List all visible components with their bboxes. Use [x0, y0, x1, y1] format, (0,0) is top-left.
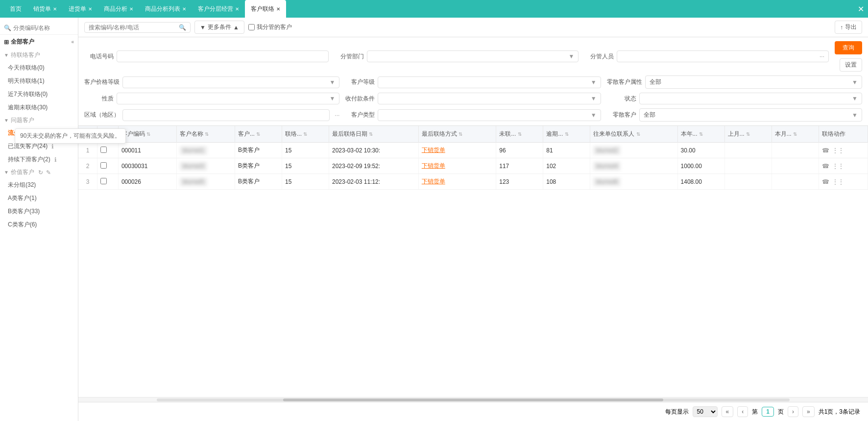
per-page-select[interactable]: 50 100 200	[693, 406, 718, 417]
close-customer-tier-tab[interactable]: ✕	[235, 6, 239, 12]
more-conditions-btn[interactable]: ▼ 更多条件 ▲	[194, 21, 244, 34]
filter-price-tier-select[interactable]: ▼	[122, 76, 339, 88]
col-uncontacted[interactable]: 未联... ⇅	[496, 126, 543, 143]
action-more-icon[interactable]: ⋮⋮	[832, 147, 844, 154]
col-last-month[interactable]: 上月... ⇅	[724, 126, 772, 143]
col-contact[interactable]: 联络... ⇅	[282, 126, 329, 143]
row-2-name: blurred5	[176, 174, 235, 190]
filter-row-1: 电话号码 分管部门 ▼ 分管人员 ···	[84, 41, 862, 72]
sidebar-item-type-b[interactable]: B类客户(33)	[0, 205, 78, 218]
action-more-icon[interactable]: ⋮⋮	[832, 178, 844, 185]
col-type[interactable]: 客户... ⇅	[235, 126, 282, 143]
row-2-actions[interactable]: ☎⋮⋮	[819, 174, 868, 190]
filter-nature-select[interactable]: ▼	[117, 93, 339, 104]
refresh-icon[interactable]: ↻	[38, 169, 43, 176]
row-0-actions[interactable]: ☎⋮⋮	[819, 143, 868, 158]
row-0-last-date: 2023-03-02 10:30:	[329, 143, 418, 158]
col-last-method[interactable]: 最后联络方式 ⇅	[418, 126, 496, 143]
filter-payment-select[interactable]: ▼	[378, 93, 601, 104]
region-dots[interactable]: ···	[335, 112, 339, 119]
tab-sales[interactable]: 销货单 ✕	[27, 0, 63, 18]
per-page-label: 每页显示	[665, 408, 689, 416]
tab-analysis-list[interactable]: 商品分析列表 ✕	[139, 0, 192, 18]
filter-row-4: 区域（地区） ··· 客户类型 ▼ 零散客户 全部 ▼	[84, 108, 862, 122]
tab-customer-tier[interactable]: 客户分层经营 ✕	[192, 0, 245, 18]
row-1-overdue: 102	[543, 158, 590, 174]
action-contact-icon[interactable]: ☎	[822, 147, 829, 154]
sidebar-item-today[interactable]: 今天待联络(0)	[0, 61, 78, 74]
tab-purchase[interactable]: 进货单 ✕	[63, 0, 98, 18]
row-0-unit-contact: blurred2	[590, 143, 677, 158]
row-0-last-method[interactable]: 下销货单	[418, 143, 496, 158]
prev-page-btn[interactable]: ‹	[737, 406, 748, 417]
col-unit-contact[interactable]: 往来单位联系人 ⇅	[590, 126, 677, 143]
close-sales-tab[interactable]: ✕	[53, 6, 57, 12]
next-page-btn[interactable]: ›	[788, 406, 798, 417]
close-customer-contact-tab[interactable]: ✕	[276, 6, 280, 12]
col-code[interactable]: 客户编码 ⇅	[118, 126, 176, 143]
row-2-last-method[interactable]: 下销货单	[418, 174, 496, 190]
zero-attr-dropdown-icon: ▼	[852, 79, 858, 86]
last-month-sort-icon: ⇅	[746, 131, 750, 137]
group-problem[interactable]: ▼ 问题客户	[0, 114, 78, 126]
scroll-track[interactable]	[157, 398, 790, 401]
filter-zero-attr-select[interactable]: 全部 ▼	[645, 75, 862, 89]
action-more-icon[interactable]: ⋮⋮	[832, 163, 844, 170]
export-btn[interactable]: ↑ 导出	[835, 21, 862, 34]
sidebar-search-input[interactable]	[13, 25, 78, 31]
sidebar-item-type-a[interactable]: A类客户(1)	[0, 192, 78, 205]
sidebar-all-customers[interactable]: ⊞ 全部客户 «	[0, 35, 78, 49]
sidebar-item-declining[interactable]: 持续下滑客户(2) ℹ	[0, 153, 78, 166]
tab-customer-contact[interactable]: 客户联络 ✕	[245, 0, 286, 18]
settings-btn[interactable]: 设置	[840, 58, 862, 72]
row-1-actions[interactable]: ☎⋮⋮	[819, 158, 868, 174]
col-this-year[interactable]: 本年... ⇅	[677, 126, 724, 143]
row-2-check[interactable]	[97, 174, 119, 190]
group-value[interactable]: ▼ 价值客户 ↻ ✎	[0, 166, 78, 178]
my-customers-checkbox[interactable]: 我分管的客户	[248, 23, 292, 31]
tab-analysis[interactable]: 商品分析 ✕	[98, 0, 139, 18]
my-customers-check[interactable]	[248, 24, 255, 30]
manager-dots[interactable]: ···	[820, 53, 824, 60]
group-pending[interactable]: ▼ 待联络客户	[0, 49, 78, 61]
filter-status-select[interactable]: ▼	[639, 93, 862, 104]
edit-icon[interactable]: ✎	[46, 169, 51, 176]
row-0-check[interactable]	[97, 143, 119, 158]
col-this-month[interactable]: 本月... ⇅	[772, 126, 819, 143]
filter-phone-input[interactable]	[117, 50, 329, 62]
level-dropdown-icon: ▼	[591, 79, 597, 86]
close-analysis-tab[interactable]: ✕	[129, 6, 133, 12]
last-page-btn[interactable]: »	[802, 406, 815, 417]
churn-risk-tooltip: 90天未交易的客户，可能有流失风险。	[15, 128, 78, 144]
toolbar-search-input[interactable]	[89, 24, 177, 31]
sidebar-item-type-c[interactable]: C类客户(6)	[0, 218, 78, 231]
sidebar-item-week[interactable]: 近7天待联络(0)	[0, 88, 78, 101]
filter-customer-type-select[interactable]: ▼	[378, 109, 601, 121]
sidebar-item-tomorrow[interactable]: 明天待联络(1)	[0, 74, 78, 88]
row-1-last-method[interactable]: 下销货单	[418, 158, 496, 174]
toolbar-search-icon[interactable]: 🔍	[179, 24, 186, 31]
filter-manager-select[interactable]: ···	[617, 50, 829, 62]
row-2-uncontacted: 123	[496, 174, 543, 190]
close-analysis-list-tab[interactable]: ✕	[182, 6, 186, 12]
action-contact-icon[interactable]: ☎	[822, 163, 829, 170]
filter-region-input[interactable]	[122, 109, 330, 121]
scroll-thumb[interactable]	[283, 398, 663, 401]
sidebar-item-unsorted[interactable]: 未分组(32)	[0, 178, 78, 192]
close-purchase-tab[interactable]: ✕	[88, 6, 92, 12]
close-window-btn[interactable]: ✕	[858, 4, 864, 14]
query-btn[interactable]: 查询	[835, 41, 862, 54]
declining-info-icon: ℹ	[54, 156, 57, 163]
sidebar-item-overdue[interactable]: 逾期未联络(30)	[0, 101, 78, 114]
filter-dept-select[interactable]: ▼	[367, 50, 579, 62]
col-name[interactable]: 客户名称 ⇅	[176, 126, 235, 143]
action-contact-icon[interactable]: ☎	[822, 178, 829, 185]
filter-retail-select[interactable]: 全部 ▼	[639, 108, 862, 122]
col-last-date[interactable]: 最后联络日期 ⇅	[329, 126, 418, 143]
first-page-btn[interactable]: «	[722, 406, 734, 417]
tab-home[interactable]: 首页	[4, 0, 27, 18]
filter-level-select[interactable]: ▼	[378, 76, 601, 88]
col-overdue[interactable]: 逾期... ⇅	[543, 126, 590, 143]
row-1-check[interactable]	[97, 158, 119, 174]
scrollbar-area[interactable]	[78, 397, 868, 402]
